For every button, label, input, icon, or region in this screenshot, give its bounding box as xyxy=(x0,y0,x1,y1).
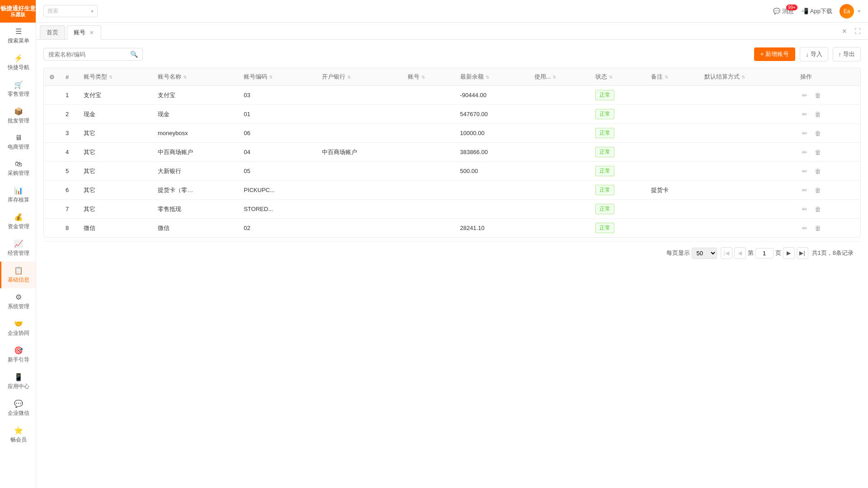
edit-button[interactable]: ✏ xyxy=(800,110,809,119)
delete-button[interactable]: 🗑 xyxy=(813,186,823,195)
th-account-name[interactable]: 账号名称 ⇅ xyxy=(152,68,238,86)
add-account-button[interactable]: + 新增账号 xyxy=(754,47,795,61)
per-page-dropdown[interactable]: 50 100 xyxy=(692,248,717,259)
delete-button[interactable]: 🗑 xyxy=(813,224,823,233)
row-account-type-cell: 其它 xyxy=(78,200,152,219)
th-remark[interactable]: 备注 ⇅ xyxy=(646,68,698,86)
th-usage-label: 使用... xyxy=(534,73,551,81)
edit-button[interactable]: ✏ xyxy=(800,186,809,195)
page-prev-button[interactable]: ◀ xyxy=(734,247,746,259)
sidebar: 畅捷通好生意 乐愿版 ☰ 搜索菜单 ⚡ 快捷导航 🛒 零售管理 📦 批发管理 🖥… xyxy=(0,0,36,488)
sidebar-item-wholesale-mgmt-label: 批发管理 xyxy=(8,117,29,125)
th-account-no[interactable]: 账号 ⇅ xyxy=(402,68,455,86)
row-action-cell: ✏ 🗑 xyxy=(795,124,860,143)
sidebar-item-enterprise-wechat[interactable]: 💬 企业微信 xyxy=(0,395,36,422)
tab-home[interactable]: 首页 xyxy=(40,25,65,39)
chevron-down-icon: ▾ xyxy=(858,8,861,14)
message-button[interactable]: 💬 消息 99+ xyxy=(773,7,794,15)
th-bank[interactable]: 开户银行 ⇅ xyxy=(316,68,402,86)
delete-button[interactable]: 🗑 xyxy=(813,110,823,119)
edit-button[interactable]: ✏ xyxy=(800,205,809,214)
th-account-code[interactable]: 账号编码 ⇅ xyxy=(238,68,316,86)
user-info[interactable]: Ea ▾ xyxy=(840,4,861,19)
app-download-button[interactable]: 📲 App下载 xyxy=(801,7,832,15)
tab-account-close[interactable]: ✕ xyxy=(88,29,94,36)
sidebar-item-ecommerce-mgmt[interactable]: 🖥 电商管理 xyxy=(0,129,36,155)
sidebar-item-enterprise-agreement[interactable]: 🤝 企业协同 xyxy=(0,315,36,342)
row-default-settlement-cell xyxy=(699,181,795,200)
sidebar-item-system-mgmt[interactable]: ⚙ 系统管理 xyxy=(0,288,36,315)
system-mgmt-icon: ⚙ xyxy=(15,293,22,301)
sidebar-item-app-center[interactable]: 📱 应用中心 xyxy=(0,368,36,395)
message-badge: 99+ xyxy=(786,5,797,10)
row-latest-balance-cell: 547670.00 xyxy=(455,105,529,124)
row-remark-cell xyxy=(646,200,698,219)
delete-button[interactable]: 🗑 xyxy=(813,167,823,176)
search-box[interactable]: 🔍 xyxy=(43,48,143,61)
status-badge: 正常 xyxy=(595,90,614,100)
page-next-button[interactable]: ▶ xyxy=(783,247,795,259)
search-input[interactable] xyxy=(48,51,127,58)
delete-button[interactable]: 🗑 xyxy=(813,129,823,138)
tab-bar: 首页 账号 ✕ ✕ ⛶ xyxy=(36,23,868,40)
row-latest-balance-cell: 383866.00 xyxy=(455,143,529,162)
sidebar-item-purchase-mgmt[interactable]: 🛍 采购管理 xyxy=(0,155,36,182)
edit-button[interactable]: ✏ xyxy=(800,91,809,100)
operation-mgmt-icon: 📈 xyxy=(14,239,23,248)
row-status-cell: 正常 xyxy=(590,124,646,143)
page-last-button[interactable]: ▶| xyxy=(797,247,808,259)
th-latest-balance[interactable]: 最新余额 ⇅ xyxy=(455,68,529,86)
row-settings-cell xyxy=(44,181,60,200)
sidebar-item-search-menu-label: 搜索菜单 xyxy=(8,37,29,45)
toolbar-right: + 新增账号 ↓ 导入 ↑ 导出 xyxy=(754,47,861,61)
tab-close-icon[interactable]: ✕ xyxy=(840,27,849,36)
import-button[interactable]: ↓ 导入 xyxy=(800,47,828,61)
edit-button[interactable]: ✏ xyxy=(800,148,809,157)
row-usage-cell xyxy=(529,219,590,238)
page-number-input[interactable] xyxy=(755,248,774,258)
sidebar-item-vip[interactable]: ⭐ 畅会员 xyxy=(0,422,36,448)
edit-button[interactable]: ✏ xyxy=(800,167,809,176)
export-icon: ↑ xyxy=(839,51,842,58)
sidebar-item-operation-mgmt[interactable]: 📈 经营管理 xyxy=(0,235,36,262)
retail-mgmt-icon: 🛒 xyxy=(14,80,23,89)
sort-account-type-icon: ⇅ xyxy=(109,75,113,80)
delete-button[interactable]: 🗑 xyxy=(813,148,823,157)
th-account-type[interactable]: 账号类型 ⇅ xyxy=(78,68,152,86)
th-status[interactable]: 状态 ⇅ xyxy=(590,68,646,86)
page-first-button[interactable]: |◀ xyxy=(721,247,732,259)
table-row: 2 现金 现金 01 547670.00 正常 ✏ 🗑 xyxy=(44,105,860,124)
row-remark-cell xyxy=(646,124,698,143)
tab-fullscreen-icon[interactable]: ⛶ xyxy=(853,27,863,36)
th-usage[interactable]: 使用... ⇅ xyxy=(529,68,590,86)
toolbar: 🔍 + 新增账号 ↓ 导入 ↑ 导出 xyxy=(43,47,861,61)
top-search-box[interactable]: 搜索 ▾ xyxy=(43,5,98,17)
row-remark-cell xyxy=(646,143,698,162)
tab-account[interactable]: 账号 ✕ xyxy=(67,25,101,40)
sidebar-item-inventory[interactable]: 📊 库存核算 xyxy=(0,182,36,208)
row-index-cell: 1 xyxy=(60,86,78,105)
sidebar-item-quick-nav[interactable]: ⚡ 快捷导航 xyxy=(0,49,36,76)
pagination: 每页显示 50 100 |◀ ◀ 第 页 ▶ ▶| 共1页，8条记录 xyxy=(43,241,861,264)
sidebar-item-capital-mgmt[interactable]: 💰 资金管理 xyxy=(0,208,36,235)
th-status-label: 状态 xyxy=(595,73,607,81)
sidebar-item-basic-info[interactable]: 📋 基础信息 xyxy=(0,262,36,288)
th-default-settlement[interactable]: 默认结算方式 ⇅ xyxy=(699,68,795,86)
export-button[interactable]: ↑ 导出 xyxy=(833,47,861,61)
sidebar-item-enterprise-agreement-label: 企业协同 xyxy=(8,329,29,337)
sidebar-item-search-menu[interactable]: ☰ 搜索菜单 xyxy=(0,23,36,49)
delete-button[interactable]: 🗑 xyxy=(813,205,823,214)
sidebar-item-newbie-guide[interactable]: 🎯 新手引导 xyxy=(0,342,36,368)
row-status-cell: 正常 xyxy=(590,105,646,124)
settings-icon: ⚙ xyxy=(49,74,55,80)
row-account-type-cell: 微信 xyxy=(78,219,152,238)
sidebar-item-vip-label: 畅会员 xyxy=(10,436,27,444)
th-settings[interactable]: ⚙ xyxy=(44,68,60,86)
edit-button[interactable]: ✏ xyxy=(800,224,809,233)
row-bank-cell xyxy=(316,162,402,181)
row-action-cell: ✏ 🗑 xyxy=(795,200,860,219)
sidebar-item-wholesale-mgmt[interactable]: 📦 批发管理 xyxy=(0,103,36,129)
delete-button[interactable]: 🗑 xyxy=(813,91,823,100)
edit-button[interactable]: ✏ xyxy=(800,129,809,138)
sidebar-item-retail-mgmt[interactable]: 🛒 零售管理 xyxy=(0,76,36,103)
